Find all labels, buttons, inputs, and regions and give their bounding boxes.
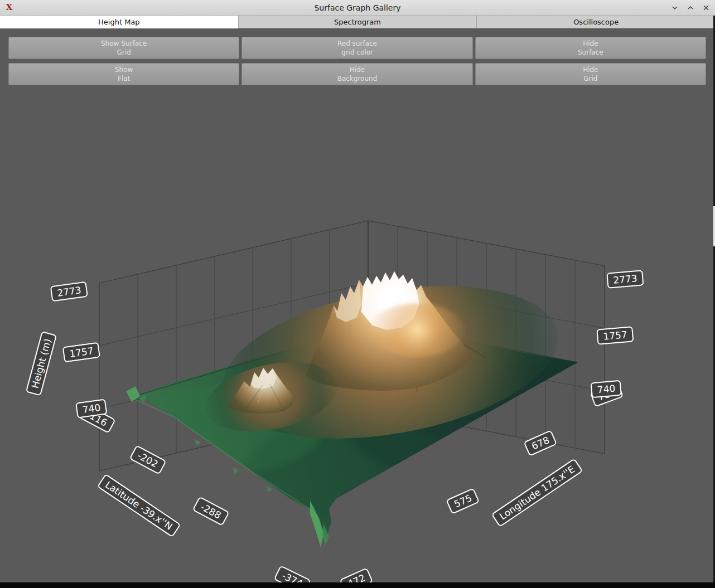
button-label: Grid <box>583 74 597 83</box>
button-hide-grid[interactable]: Hide Grid <box>475 63 706 85</box>
button-show-flat[interactable]: Show Flat <box>8 63 239 85</box>
button-label: Show <box>115 65 133 74</box>
button-hide-surface[interactable]: Hide Surface <box>475 37 706 59</box>
tab-height-map[interactable]: Height Map <box>0 16 239 28</box>
button-label: Red surface <box>337 39 377 48</box>
surface-3d-view[interactable] <box>0 0 715 588</box>
app-window: 2773 1757 740 Height (m) 2773 1757 740 -… <box>0 0 715 588</box>
height-axis-tick-right-1: 1757 <box>596 326 634 345</box>
tab-bar: Height Map Spectrogram Oscilloscope <box>0 16 715 28</box>
button-label: Show Surface <box>101 39 147 48</box>
close-icon <box>703 4 709 11</box>
button-label: Grid <box>117 48 131 57</box>
chevron-up-icon <box>687 4 694 11</box>
button-hide-background[interactable]: Hide Background <box>241 63 472 85</box>
sunlit-flank-glow <box>370 303 465 357</box>
button-label: Surface <box>578 48 603 57</box>
button-red-surface-grid-color[interactable]: Red surface grid color <box>241 37 472 59</box>
tab-spectrogram[interactable]: Spectrogram <box>239 16 477 28</box>
app-icon: X <box>4 3 14 12</box>
button-label: Flat <box>118 74 130 83</box>
tab-oscilloscope[interactable]: Oscilloscope <box>477 16 715 28</box>
bottom-edge-bar <box>0 582 715 588</box>
button-label: Hide <box>583 39 598 48</box>
button-label: Hide <box>583 65 598 74</box>
titlebar: X Surface Graph Gallery <box>0 0 715 16</box>
button-label: grid color <box>341 48 373 57</box>
toolbar: Show Surface Grid Red surface grid color… <box>8 37 706 85</box>
button-show-surface-grid[interactable]: Show Surface Grid <box>8 37 239 59</box>
button-label: Hide <box>350 65 365 74</box>
button-label: Background <box>337 74 378 83</box>
minimize-button[interactable] <box>669 2 680 13</box>
height-axis-tick-right-0: 2773 <box>606 270 644 289</box>
chevron-down-icon <box>671 4 678 11</box>
close-button[interactable] <box>700 2 712 13</box>
maximize-button[interactable] <box>685 2 696 13</box>
window-controls <box>669 0 712 16</box>
window-title: Surface Graph Gallery <box>0 3 715 12</box>
height-axis-tick-right-2: 740 <box>591 380 622 399</box>
